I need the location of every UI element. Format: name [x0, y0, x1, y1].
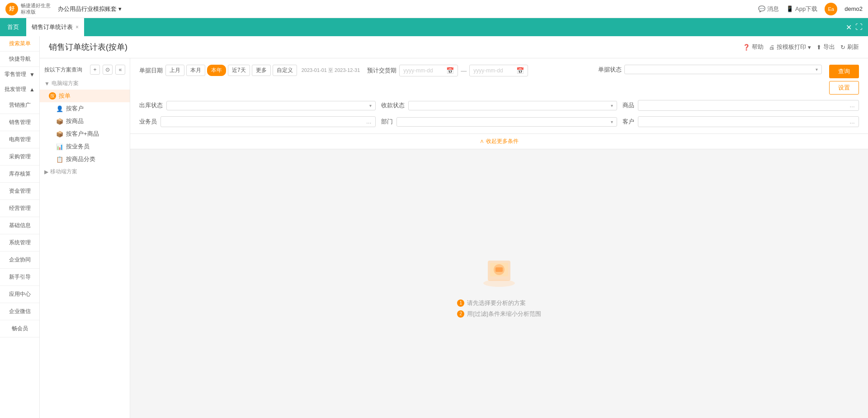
left-panel-actions: + ⊙ « [90, 65, 125, 75]
goods-label: 商品 [623, 101, 634, 109]
sidebar-item-guide[interactable]: 新手引导 [0, 269, 39, 286]
left-panel-header: 按以下方案查询 + ⊙ « [40, 62, 130, 77]
chevron-down-icon: ▾ [808, 44, 811, 51]
out-status-select[interactable]: ▾ [166, 101, 376, 110]
collapse-bar[interactable]: ∧ 收起更多条件 [130, 134, 868, 149]
more-icon[interactable]: … [849, 119, 855, 125]
scheme-by-customer[interactable]: 👤 按客户 [40, 102, 130, 115]
logo-text: 畅捷通好生意 标准版 [21, 3, 51, 14]
date-btn-group: 上月 本月 本年 近7天 更多 自定义 [165, 65, 297, 76]
last7-btn[interactable]: 近7天 [228, 65, 250, 76]
staff-input[interactable]: … [160, 116, 376, 127]
page-header: 销售订单统计表(按单) ❓ 帮助 🖨 按模板打印 ▾ ⬆ 导出 ↻ 刷新 [40, 36, 868, 58]
print-button[interactable]: 🖨 按模板打印 ▾ [769, 43, 811, 51]
sidebar-item-retail[interactable]: 零售管理 ▼ [0, 67, 39, 82]
tab-home[interactable]: 首页 [0, 18, 26, 36]
export-button[interactable]: ⬆ 导出 [816, 43, 835, 51]
message-action[interactable]: 💬 消息 [758, 5, 779, 13]
scheme-by-customer-goods[interactable]: 📦 按客户+商品 [40, 128, 130, 140]
expand-icon[interactable]: ⛶ [855, 23, 863, 31]
chevron-down-icon: ▾ [611, 103, 613, 108]
sidebar-item-quicknav[interactable]: 快捷导航 [0, 52, 39, 67]
tab-close-icon[interactable]: × [75, 24, 79, 30]
setting-button[interactable]: 设置 [829, 81, 859, 95]
collapse-panel-button[interactable]: « [115, 65, 125, 75]
mr-content: 单据日期 上月 本月 本年 近7天 更多 自定义 2023-01-01 至 20… [130, 58, 868, 418]
chevron-down-icon: ▾ [118, 5, 122, 12]
bill-status-select[interactable]: ▾ [624, 65, 822, 74]
tab-active[interactable]: 销售订单统计表 × [26, 18, 84, 36]
top-bar: 好 畅捷通好生意 标准版 办公用品行业模拟账套 ▾ 💬 消息 📱 App下载 E… [0, 0, 868, 18]
collect-status-select[interactable]: ▾ [408, 101, 618, 110]
app-selector[interactable]: 办公用品行业模拟账套 ▾ [54, 5, 125, 13]
sidebar-item-system[interactable]: 系统管理 [0, 234, 39, 252]
bill-status-label: 单据状态 [598, 66, 622, 74]
sidebar-item-enterprise[interactable]: 企业协同 [0, 252, 39, 269]
download-icon: 📱 [786, 5, 793, 12]
scheme-by-goods[interactable]: 📦 按商品 [40, 115, 130, 128]
sidebar-item-purchase[interactable]: 采购管理 [0, 148, 39, 166]
sidebar-item-marketing[interactable]: 营销推广 [0, 97, 39, 114]
refresh-icon: ↻ [840, 44, 845, 51]
sidebar-item-operations[interactable]: 经营管理 [0, 200, 39, 217]
sidebar-item-basics[interactable]: 基础信息 [0, 217, 39, 234]
customer-label: 客户 [623, 118, 634, 126]
desktop-section-label: ▼ 电脑端方案 [40, 77, 130, 90]
calendar-icon: 📅 [446, 67, 454, 74]
mobile-section-label: ▶ 移动端方案 [40, 166, 130, 178]
sidebar: 搜索菜单 快捷导航 零售管理 ▼ 批发管理 ▲ 营销推广 销售管理 电商管理 采… [0, 36, 40, 418]
query-button[interactable]: 查询 [829, 65, 859, 78]
goods-input[interactable]: … [638, 100, 859, 111]
scheme-by-category[interactable]: 📋 按商品分类 [40, 153, 130, 166]
scheme-settings-button[interactable]: ⊙ [103, 65, 113, 75]
last-month-btn[interactable]: 上月 [165, 65, 184, 76]
collect-status-label: 收款状态 [381, 101, 405, 109]
this-year-btn[interactable]: 本年 [207, 65, 226, 76]
split-area: 按以下方案查询 + ⊙ « ▼ 电脑端方案 按 按单 👤 [40, 58, 868, 418]
page-actions: ❓ 帮助 🖨 按模板打印 ▾ ⬆ 导出 ↻ 刷新 [743, 43, 859, 51]
collapsed-icon: ▶ [44, 169, 48, 175]
expected-date-end[interactable]: yyyy-mm-dd 📅 [469, 65, 528, 76]
sidebar-item-wechat[interactable]: 企业微信 [0, 303, 39, 320]
add-scheme-button[interactable]: + [90, 65, 100, 75]
customer-goods-icon: 📦 [56, 131, 63, 138]
print-icon: 🖨 [769, 44, 775, 51]
more-date-btn[interactable]: 更多 [252, 65, 271, 76]
help-icon: ❓ [743, 44, 750, 51]
more-icon[interactable]: … [366, 119, 372, 125]
custom-date-btn[interactable]: 自定义 [273, 65, 297, 76]
calendar-icon-end: 📅 [516, 67, 524, 74]
refresh-button[interactable]: ↻ 刷新 [840, 43, 859, 51]
tip-1: 1 请先选择要分析的方案 [457, 299, 541, 307]
top-bar-right: 💬 消息 📱 App下载 Ea demo2 [758, 3, 863, 15]
page-title: 销售订单统计表(按单) [49, 42, 127, 52]
scheme-by-staff[interactable]: 📊 按业务员 [40, 140, 130, 153]
left-panel: 按以下方案查询 + ⊙ « ▼ 电脑端方案 按 按单 👤 [40, 58, 130, 418]
expand-icon: ▼ [44, 81, 50, 87]
sidebar-item-appcenter[interactable]: 应用中心 [0, 286, 39, 303]
logo-area: 好 畅捷通好生意 标准版 [5, 3, 51, 15]
dept-select[interactable]: ▾ [396, 117, 618, 127]
svg-rect-4 [495, 267, 503, 272]
tab-bar-right: ✕ ⛶ [846, 23, 868, 32]
sidebar-item-sales[interactable]: 销售管理 [0, 114, 39, 131]
sidebar-item-member[interactable]: 畅会员 [0, 320, 39, 337]
this-month-btn[interactable]: 本月 [186, 65, 205, 76]
sidebar-item-finance[interactable]: 资金管理 [0, 183, 39, 200]
empty-tips: 1 请先选择要分析的方案 2 用[过滤]条件来缩小分析范围 [457, 299, 541, 321]
close-window-icon[interactable]: ✕ [846, 23, 852, 32]
tip-2: 2 用[过滤]条件来缩小分析范围 [457, 310, 541, 318]
sidebar-item-search[interactable]: 搜索菜单 [0, 36, 39, 52]
sidebar-item-inventory[interactable]: 库存核算 [0, 166, 39, 183]
customer-input[interactable]: … [638, 116, 859, 127]
sidebar-item-wholesale[interactable]: 批发管理 ▲ [0, 82, 39, 97]
sidebar-item-ecommerce[interactable]: 电商管理 [0, 131, 39, 148]
expected-date-label: 预计交货期 [367, 66, 396, 75]
tip-num-1: 1 [457, 299, 464, 307]
help-button[interactable]: ❓ 帮助 [743, 43, 764, 51]
avatar[interactable]: Ea [825, 3, 837, 15]
download-action[interactable]: 📱 App下载 [786, 5, 817, 13]
scheme-by-order[interactable]: 按 按单 [40, 90, 130, 102]
more-icon[interactable]: … [849, 102, 855, 109]
expected-date-start[interactable]: yyyy-mm-dd 📅 [399, 65, 458, 76]
